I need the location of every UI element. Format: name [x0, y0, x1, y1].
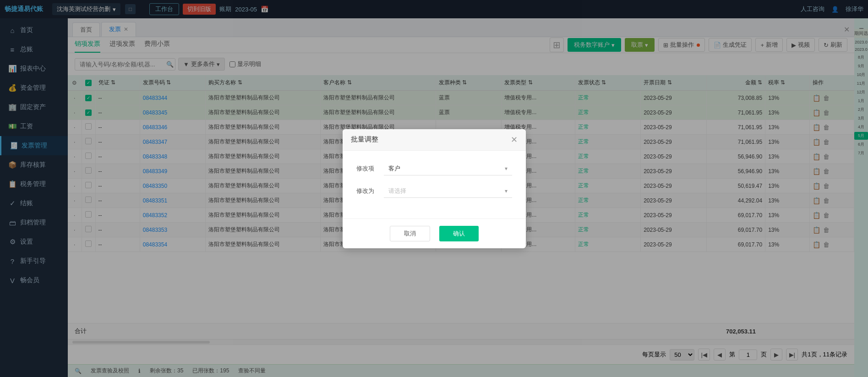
modify-value-label: 修改为	[356, 187, 384, 195]
value-dropdown-icon: ▾	[505, 188, 508, 194]
modify-field-label: 修改项	[356, 164, 384, 173]
modify-value-placeholder: 请选择	[388, 187, 505, 195]
modify-field-select[interactable]: 客户 ▾	[384, 162, 512, 175]
modify-field-value: 客户	[388, 164, 505, 173]
modal-footer: 取消 确认	[343, 219, 526, 248]
field-dropdown-icon: ▾	[505, 165, 508, 172]
modal-title: 批量调整	[351, 135, 378, 144]
modal-body: 修改项 客户 ▾ 修改为 请选择 ▾	[343, 151, 526, 219]
modify-value-select[interactable]: 请选择 ▾	[384, 185, 512, 198]
modify-value-row: 修改为 请选择 ▾	[356, 185, 512, 198]
confirm-button[interactable]: 确认	[439, 226, 479, 241]
batch-adjust-modal: 批量调整 ✕ 修改项 客户 ▾ 修改为 请选择 ▾ 取消 确认	[343, 129, 526, 248]
modal-close-button[interactable]: ✕	[511, 135, 518, 145]
modal-overlay: 批量调整 ✕ 修改项 客户 ▾ 修改为 请选择 ▾ 取消 确认	[0, 0, 868, 377]
cancel-button[interactable]: 取消	[390, 226, 430, 241]
modal-header: 批量调整 ✕	[343, 129, 526, 151]
modify-field-row: 修改项 客户 ▾	[356, 162, 512, 175]
